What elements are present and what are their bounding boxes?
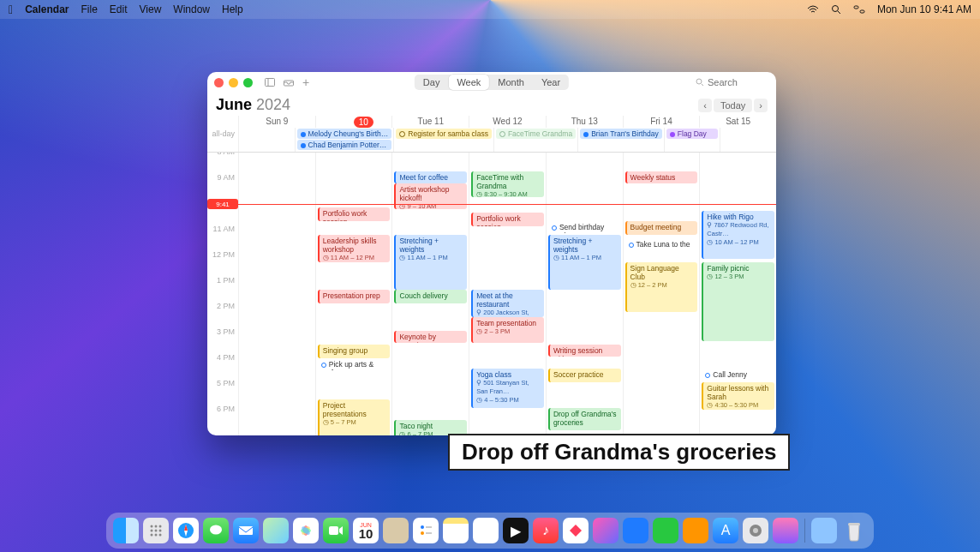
col-wed[interactable]: FaceTime with Grandma◷ 8:30 – 9:30 AMPor…	[469, 153, 546, 435]
calendar-event[interactable]: Soccer practice	[548, 369, 621, 382]
dock-trash[interactable]	[841, 518, 867, 543]
calendar-event[interactable]: Yoga class⚲ 501 Stanyan St, San Fran…◷ 4…	[471, 369, 544, 408]
calendar-event[interactable]: Portfolio work session	[471, 213, 544, 226]
day-header-thu[interactable]: Thu 13	[546, 116, 623, 128]
dock-mail[interactable]	[233, 518, 259, 543]
dock-appstore[interactable]: A	[713, 518, 738, 543]
calendar-event[interactable]: Project presentations◷ 5 – 7 PM	[318, 399, 391, 435]
calendar-event[interactable]: Pick up arts & crafts sup…	[318, 358, 391, 370]
menu-view[interactable]: View	[140, 3, 162, 15]
next-week-button[interactable]: ›	[754, 99, 768, 112]
dock-calendar[interactable]: JUN 10	[353, 518, 379, 543]
prev-week-button[interactable]: ‹	[698, 99, 712, 112]
col-sun[interactable]	[238, 153, 315, 435]
close-button[interactable]	[214, 78, 224, 87]
dock-pages[interactable]	[683, 518, 708, 543]
allday-event[interactable]: FaceTime Grandma	[496, 129, 576, 139]
dock-tv[interactable]: ▶	[503, 518, 529, 543]
dock-shortcuts[interactable]	[593, 518, 618, 543]
dock-safari[interactable]	[173, 518, 199, 543]
control-center-icon[interactable]	[853, 5, 865, 14]
calendar-event[interactable]: Family picnic◷ 12 – 3 PM	[702, 262, 774, 341]
dock-facetime[interactable]	[323, 518, 349, 543]
day-header-wed[interactable]: Wed 12	[469, 116, 546, 128]
dock-freeform[interactable]	[473, 518, 499, 543]
apple-menu[interactable]: 	[9, 3, 13, 16]
dock-iphone-mirror[interactable]	[773, 518, 798, 543]
allday-event[interactable]: Melody Cheung's Birth…	[297, 129, 392, 139]
search-input[interactable]	[708, 77, 768, 87]
calendar-event[interactable]: Weekly status	[625, 171, 698, 183]
dock-numbers[interactable]	[653, 518, 678, 543]
calendar-event[interactable]: Call Jenny	[702, 369, 774, 381]
calendars-toggle-icon[interactable]	[265, 78, 275, 87]
calendar-event[interactable]: Drop off Grandma's groceries	[548, 408, 621, 430]
allday-event[interactable]: Register for samba class	[396, 129, 492, 139]
day-header-mon[interactable]: Mon 10	[315, 116, 392, 128]
dock-contacts[interactable]	[383, 518, 409, 543]
dock-notes[interactable]	[443, 518, 469, 543]
day-header-fri[interactable]: Fri 14	[623, 116, 700, 128]
calendar-event[interactable]: Sign Language Club◷ 12 – 2 PM	[625, 262, 698, 312]
allday-fri[interactable]: Flag Day	[664, 128, 720, 152]
view-month[interactable]: Month	[489, 75, 533, 90]
zoom-button[interactable]	[243, 78, 253, 87]
calendar-event[interactable]: Portfolio work session	[318, 207, 391, 221]
calendar-event[interactable]: Keynote by Jasmine	[394, 331, 467, 343]
allday-tue[interactable]: Register for samba class	[393, 128, 493, 152]
calendar-event[interactable]: Stretching + weights◷ 11 AM – 1 PM	[548, 235, 621, 290]
week-grid[interactable]: 8 AM9 AM10 AM11 AM12 PM1 PM2 PM3 PM4 PM5…	[207, 153, 776, 435]
col-sat[interactable]: Hike with Rigo⚲ 7867 Redwood Rd, Castr…◷…	[699, 153, 776, 435]
calendar-event[interactable]: Stretching + weights◷ 11 AM – 1 PM	[394, 235, 467, 290]
app-menu[interactable]: Calendar	[25, 3, 69, 15]
dock-messages[interactable]	[203, 518, 229, 543]
view-week[interactable]: Week	[448, 75, 489, 90]
dock-launchpad[interactable]	[143, 518, 169, 543]
view-year[interactable]: Year	[533, 75, 569, 90]
minimize-button[interactable]	[229, 78, 238, 87]
calendar-event[interactable]: Guitar lessons with Sarah◷ 4:30 – 5:30 P…	[702, 382, 774, 410]
allday-event[interactable]: Brian Tran's Birthday	[580, 129, 662, 139]
today-button[interactable]: Today	[714, 99, 752, 112]
calendar-event[interactable]: Meet for coffee	[394, 171, 467, 183]
dock-downloads[interactable]	[811, 518, 837, 543]
allday-wed[interactable]: FaceTime Grandma	[493, 128, 577, 152]
allday-sun[interactable]	[238, 128, 295, 152]
calendar-event[interactable]: Writing session with Or…	[548, 345, 621, 357]
add-event-icon[interactable]: +	[302, 78, 309, 87]
menu-help[interactable]: Help	[222, 3, 243, 15]
day-header-sat[interactable]: Sat 15	[699, 116, 776, 128]
dock-settings[interactable]	[743, 518, 768, 543]
day-header-sun[interactable]: Sun 9	[238, 116, 315, 128]
dock-photos[interactable]	[293, 518, 319, 543]
menu-window[interactable]: Window	[173, 3, 210, 15]
calendar-event[interactable]: Team presentation◷ 2 – 3 PM	[471, 317, 544, 343]
day-header-tue[interactable]: Tue 11	[391, 116, 469, 128]
calendar-event[interactable]: Leadership skills workshop◷ 11 AM – 12 P…	[318, 235, 391, 262]
dock-news[interactable]	[563, 518, 589, 543]
calendar-event[interactable]: Singing group	[318, 345, 391, 358]
allday-thu[interactable]: Brian Tran's Birthday	[577, 128, 664, 152]
allday-event[interactable]: Flag Day	[666, 129, 719, 139]
col-thu[interactable]: Send birthday card to A…Stretching + wei…	[546, 153, 623, 435]
view-day[interactable]: Day	[415, 75, 449, 90]
search-field[interactable]	[696, 77, 768, 87]
calendar-event[interactable]: Presentation prep	[318, 290, 391, 303]
menu-edit[interactable]: Edit	[110, 3, 128, 15]
col-fri[interactable]: Weekly statusBudget meetingTake Luna to …	[623, 153, 700, 435]
dock-maps[interactable]	[263, 518, 289, 543]
col-tue[interactable]: Meet for coffeeArtist workshop kickoff!◷…	[391, 153, 469, 435]
col-mon[interactable]: Portfolio work sessionLeadership skills …	[315, 153, 392, 435]
menu-file[interactable]: File	[81, 3, 97, 15]
calendar-event[interactable]: FaceTime with Grandma◷ 8:30 – 9:30 AM	[471, 171, 544, 197]
dock-reminders[interactable]	[413, 518, 439, 543]
wifi-icon[interactable]	[807, 5, 819, 14]
dock-music[interactable]: ♪	[533, 518, 559, 543]
allday-sat[interactable]	[720, 128, 776, 152]
calendar-event[interactable]: Meet at the restaurant⚲ 200 Jackson St, …	[471, 290, 544, 317]
calendar-event[interactable]: Budget meeting	[625, 221, 698, 235]
calendar-event[interactable]: Artist workshop kickoff!◷ 9 – 10 AM	[394, 183, 467, 209]
spotlight-icon[interactable]	[831, 4, 841, 15]
allday-event[interactable]: Chad Benjamin Potter…	[297, 140, 392, 150]
calendar-event[interactable]: Couch delivery	[394, 290, 467, 303]
